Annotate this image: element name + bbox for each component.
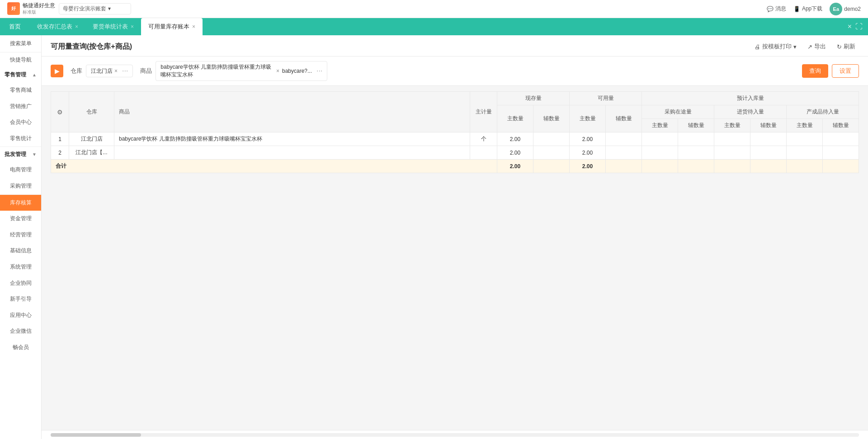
table-footer <box>42 430 868 439</box>
tab-orders[interactable]: 要货单统计表 × <box>85 18 141 35</box>
tab-home[interactable]: 首页 <box>0 18 30 35</box>
expand-btn[interactable]: ⛶ <box>855 23 863 31</box>
summary-transit-main <box>714 160 750 173</box>
scrollbar-thumb[interactable] <box>51 433 141 437</box>
tab-orders-close[interactable]: × <box>131 24 134 30</box>
row2-available-aux <box>606 146 642 160</box>
filter-toggle-btn[interactable]: ▶ <box>51 65 63 77</box>
sidebar-section-wholesale: 批发管理 ▼ 电商管理 采购管理 <box>0 147 41 194</box>
nav-tabs: 首页 收发存汇总表 × 要货单统计表 × 可用量库存账本 × × ⛶ <box>0 18 868 35</box>
row2-available-main: 2.00 <box>570 146 606 160</box>
sidebar-item-member-label: 会员中心 <box>10 119 32 126</box>
filter-warehouse-more[interactable]: ··· <box>122 67 128 75</box>
tab-receivables[interactable]: 收发存汇总表 × <box>30 18 85 35</box>
sidebar-item-finance[interactable]: 资金管理 <box>0 211 41 227</box>
sidebar-item-appcenter[interactable]: 应用中心 <box>0 307 41 324</box>
tab-receivables-label: 收发存汇总表 <box>37 23 72 31</box>
print-template-btn[interactable]: 🖨 按模板打印 ▾ <box>751 41 800 52</box>
row1-purchase-aux <box>678 132 714 146</box>
sidebar-item-newuser[interactable]: 新手引导 <box>0 291 41 307</box>
th-transit-group: 进货待入量 <box>714 105 787 119</box>
summary-transit-aux <box>750 160 787 173</box>
sidebar-item-member-center[interactable]: 会员中心 <box>0 114 41 131</box>
org-selector[interactable]: 母婴行业演示账套 ▾ <box>59 3 131 14</box>
row1-available-main: 2.00 <box>570 132 606 146</box>
sidebar-item-basic[interactable]: 基础信息 <box>0 243 41 259</box>
sidebar-item-retail-mall[interactable]: 零售商城 <box>0 82 41 99</box>
sidebar-item-wechat[interactable]: 企业微信 <box>0 323 41 340</box>
user-action[interactable]: Ea demo2 <box>830 3 861 15</box>
sidebar-item-vip-label: 畅会员 <box>13 344 29 351</box>
logo-text: 畅捷通好生意 <box>23 2 55 9</box>
filter-product-more[interactable]: ··· <box>316 67 322 75</box>
filter-warehouse-remove[interactable]: × <box>114 68 118 74</box>
row2-transit-aux <box>750 146 787 160</box>
print-label: 按模板打印 <box>762 42 792 51</box>
filter-product-value1: babycare学饮杯 儿童防摔防撞吸管杯重力球吸嘴杯宝宝水杯 <box>160 63 274 79</box>
query-button[interactable]: 查询 <box>802 64 828 78</box>
filter-product-label: 商品 <box>140 67 152 75</box>
row1-stock-aux <box>533 132 570 146</box>
sidebar-group-retail-arrow: ▲ <box>32 72 37 77</box>
th-stock-aux: 辅数量 <box>533 105 570 132</box>
th-settings[interactable]: ⚙ <box>51 92 69 132</box>
message-action[interactable]: 💬 消息 <box>767 5 786 13</box>
sidebar-item-retail-stats-label: 零售统计 <box>10 135 32 142</box>
row1-production-main <box>787 132 823 146</box>
filter-warehouse-input[interactable]: 江北门店 × ··· <box>86 65 133 77</box>
th-stock-group: 现存量 <box>497 92 570 105</box>
sidebar-item-marketing[interactable]: 营销推广 <box>0 99 41 115</box>
tab-receivables-close[interactable]: × <box>75 24 78 30</box>
table-area: ⚙ 仓库 商品 主计量 现存量 可用量 预计入库量 主数量 辅数量 主数量 辅数… <box>42 86 868 430</box>
export-btn[interactable]: ↗ 导出 <box>804 41 830 52</box>
filter-product-input[interactable]: babycare学饮杯 儿童防摔防撞吸管杯重力球吸嘴杯宝宝水杯 × babyca… <box>156 61 327 81</box>
app-download-action[interactable]: 📱 App下载 <box>793 5 822 13</box>
row2-purchase-main <box>642 146 678 160</box>
th-purchase-main: 主数量 <box>642 119 678 132</box>
sidebar-item-purchase[interactable]: 采购管理 <box>0 178 41 194</box>
tab-home-label: 首页 <box>9 23 21 31</box>
sidebar-quick-nav[interactable]: 快捷导航 <box>0 52 41 67</box>
user-name: demo2 <box>844 6 861 12</box>
filter-product-remove1[interactable]: × <box>276 68 279 74</box>
close-all-btn[interactable]: × <box>848 23 852 31</box>
sidebar-item-enterprise[interactable]: 企业协同 <box>0 275 41 292</box>
sidebar-group-wholesale-arrow: ▼ <box>32 152 37 157</box>
refresh-btn[interactable]: ↻ 刷新 <box>833 41 859 52</box>
sidebar-search[interactable]: 搜索菜单 <box>0 35 41 52</box>
tab-inventory-close[interactable]: × <box>192 24 195 30</box>
th-production-main: 主数量 <box>787 119 823 132</box>
sidebar-item-operation[interactable]: 经营管理 <box>0 227 41 243</box>
page-actions: 🖨 按模板打印 ▾ ↗ 导出 ↻ 刷新 <box>751 41 859 52</box>
settings-button[interactable]: 设置 <box>832 64 859 78</box>
tab-inventory[interactable]: 可用量库存账本 × <box>141 18 203 35</box>
row2-production-aux <box>823 146 859 160</box>
th-purchase-aux: 辅数量 <box>678 119 714 132</box>
sidebar-item-ecommerce[interactable]: 电商管理 <box>0 162 41 178</box>
summary-available-aux <box>606 160 642 173</box>
sidebar-group-wholesale[interactable]: 批发管理 ▼ <box>0 147 41 162</box>
th-product: 商品 <box>114 92 470 132</box>
sidebar-group-wholesale-label: 批发管理 <box>5 151 26 158</box>
logo-area: 好 畅捷通好生意 标准版 <box>7 2 55 15</box>
sidebar-item-finance-label: 资金管理 <box>10 215 32 222</box>
row1-available-aux <box>606 132 642 146</box>
main-layout: 搜索菜单 快捷导航 零售管理 ▲ 零售商城 营销推广 会员中心 零售统计 批发管… <box>0 35 868 439</box>
scrollbar-track[interactable] <box>51 433 859 437</box>
sidebar-group-retail[interactable]: 零售管理 ▲ <box>0 67 41 82</box>
summary-production-main <box>787 160 823 173</box>
filter-warehouse-tag: 江北门店 × <box>91 67 118 75</box>
th-production-aux: 辅数量 <box>823 119 859 132</box>
sidebar-item-retail-stats[interactable]: 零售统计 <box>0 131 41 147</box>
summary-stock-main: 2.00 <box>497 160 533 173</box>
sidebar-item-inventory[interactable]: 库存核算 <box>0 195 41 211</box>
row2-transit-main <box>714 146 750 160</box>
th-purchase-group: 采购在途量 <box>642 105 714 119</box>
table-row: 1 江北门店 babycare学饮杯 儿童防摔防撞吸管杯重力球吸嘴杯宝宝水杯 个… <box>51 132 859 146</box>
sidebar-item-system[interactable]: 系统管理 <box>0 259 41 275</box>
row1-production-aux <box>823 132 859 146</box>
sidebar-search-label[interactable]: 搜索菜单 <box>4 40 38 47</box>
top-bar-left: 好 畅捷通好生意 标准版 母婴行业演示账套 ▾ <box>7 2 131 15</box>
filter-warehouse-label: 仓库 <box>71 67 82 75</box>
sidebar-item-vip[interactable]: 畅会员 <box>0 340 41 356</box>
